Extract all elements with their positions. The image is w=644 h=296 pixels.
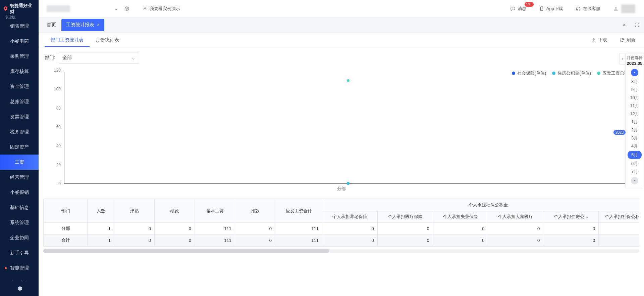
col-header: 津贴 — [114, 199, 155, 223]
page-tab-0[interactable]: 首页 — [42, 19, 61, 31]
month-option[interactable]: 11月 — [626, 102, 644, 110]
sidebar-item-4[interactable]: 资金管理 — [0, 79, 39, 94]
close-icon[interactable]: × — [97, 22, 100, 28]
sidebar-item-17[interactable]: 应用中心 — [0, 276, 39, 281]
month-option[interactable]: 6月 — [626, 160, 644, 168]
sidebar-item-13[interactable]: 系统管理 — [0, 215, 39, 230]
sidebar-item-16[interactable]: 智能管理 — [0, 260, 39, 276]
chart-x-label: 分部 — [337, 186, 346, 192]
topbar: ⌄ 我要看实例演示 消息 99+ App下载 在线客服 — [39, 0, 644, 17]
messages-badge: 99+ — [525, 2, 534, 7]
sidebar-item-15[interactable]: 新手引导 — [0, 245, 39, 260]
demo-link[interactable]: 我要看实例演示 — [140, 4, 183, 13]
settings-gear-button[interactable] — [0, 281, 39, 296]
sidebar-item-6[interactable]: 发票管理 — [0, 109, 39, 124]
fullscreen-icon[interactable] — [632, 20, 642, 30]
col-header: 个人承担住房公... — [543, 211, 599, 223]
sidebar-item-10[interactable]: 经营管理 — [0, 170, 39, 185]
col-header: 个人承担医疗保险 — [377, 211, 433, 223]
col-header: 个人承担养老保险 — [322, 211, 378, 223]
user-avatar[interactable] — [610, 3, 638, 14]
chart-point — [347, 182, 350, 185]
svg-point-0 — [126, 8, 127, 9]
subtab-row: 部门工资统计表月份统计表 下载 刷新 — [39, 33, 644, 47]
messages-button[interactable]: 消息 99+ — [507, 4, 529, 13]
chart-area: 社会保险(单位)住房公积金(单位)应发工资总额 020406080100120 … — [39, 70, 644, 195]
col-header: 绩效 — [155, 199, 195, 223]
sidebar-item-12[interactable]: 基础信息 — [0, 200, 39, 215]
month-picker: 月份选择 2023.05 8月9月10月11月12月1月2月3月4月5月6月7月… — [625, 53, 644, 188]
table-row: 分部1001110111000000 — [44, 223, 640, 235]
salary-table: 部门人数津贴绩效基本工资扣款应发工资合计个人承担社保公积金个人承担养老保险个人承… — [43, 199, 639, 247]
sidebar-item-2[interactable]: 采购管理 — [0, 49, 39, 64]
month-option[interactable]: 5月 — [628, 151, 642, 159]
chevron-down-icon: ⌄ — [131, 55, 136, 60]
download-button[interactable]: 下载 — [588, 36, 610, 44]
page-tabs: 首页工资统计报表× ✕ — [39, 17, 644, 32]
col-header: 扣款 — [235, 199, 275, 223]
col-header: 应发工资合计 — [275, 199, 322, 223]
month-scroll-down[interactable] — [631, 177, 638, 184]
month-option[interactable]: 7月 — [626, 168, 644, 176]
sidebar-item-7[interactable]: 税务管理 — [0, 124, 39, 139]
sidebar-item-8[interactable]: 固定资产 — [0, 139, 39, 155]
col-header: 个人承担大额医疗 — [488, 211, 543, 223]
month-option[interactable]: 1月 — [626, 118, 644, 126]
refresh-button[interactable]: 刷新 — [616, 36, 638, 44]
brand-logo: 畅捷通好业财 专业版 — [0, 0, 39, 18]
svg-point-4 — [615, 7, 616, 8]
sidebar-item-9[interactable]: 工资 — [0, 155, 39, 170]
table-row: 合计1001110111000000 — [44, 235, 640, 246]
sidebar-item-0[interactable]: 销售管理 — [0, 18, 39, 34]
sidebar-item-14[interactable]: 企业协同 — [0, 230, 39, 245]
sidebar-item-11[interactable]: 小畅报销 — [0, 185, 39, 200]
month-picker-collapse[interactable]: › — [619, 53, 625, 65]
month-option[interactable]: 3月 — [626, 134, 644, 142]
org-selector[interactable]: ⌄ — [45, 3, 120, 14]
chart-point — [347, 79, 350, 82]
col-header: 人数 — [88, 199, 114, 223]
sidebar-item-1[interactable]: 小畅电商 — [0, 34, 39, 49]
svg-point-3 — [541, 10, 542, 10]
month-option[interactable]: 8月 — [626, 78, 644, 86]
svg-rect-1 — [511, 7, 515, 10]
dept-filter-label: 部门: — [45, 55, 55, 61]
col-header: 部门 — [44, 199, 88, 223]
online-service-button[interactable]: 在线客服 — [573, 4, 603, 13]
month-option[interactable]: 12月 — [626, 110, 644, 118]
app-download-button[interactable]: App下载 — [536, 4, 566, 13]
page-tab-1[interactable]: 工资统计报表× — [61, 19, 104, 31]
settings-icon[interactable] — [121, 5, 132, 13]
subtab-1[interactable]: 月份统计表 — [90, 34, 125, 47]
content-panel: 部门工资统计表月份统计表 下载 刷新 部门: 全部 ⌄ 社会保险(单位)住房公积… — [39, 32, 644, 296]
sidebar: 畅捷通好业财 专业版 销售管理小畅电商采购管理库存核算资金管理总账管理发票管理税… — [0, 0, 39, 296]
month-scroll-up[interactable] — [631, 69, 638, 76]
year-tag: 2023 — [613, 130, 626, 135]
month-option[interactable]: 2月 — [626, 126, 644, 134]
close-all-tabs-icon[interactable]: ✕ — [619, 20, 629, 30]
sidebar-item-5[interactable]: 总账管理 — [0, 94, 39, 109]
month-option[interactable]: 10月 — [626, 94, 644, 102]
col-header: 个人承担失业保险 — [433, 211, 488, 223]
sidebar-item-3[interactable]: 库存核算 — [0, 64, 39, 79]
col-header: 基本工资 — [195, 199, 235, 223]
dept-select[interactable]: 全部 ⌄ — [59, 52, 139, 64]
month-option[interactable]: 9月 — [626, 86, 644, 94]
month-option[interactable]: 4月 — [626, 142, 644, 150]
subtab-0[interactable]: 部门工资统计表 — [45, 34, 90, 47]
main-area: ⌄ 我要看实例演示 消息 99+ App下载 在线客服 — [39, 0, 644, 296]
horizontal-scrollbar[interactable] — [43, 249, 639, 253]
col-group-header: 个人承担社保公积金 — [322, 199, 640, 211]
col-header: 个人承担社保公积金... — [599, 211, 639, 223]
